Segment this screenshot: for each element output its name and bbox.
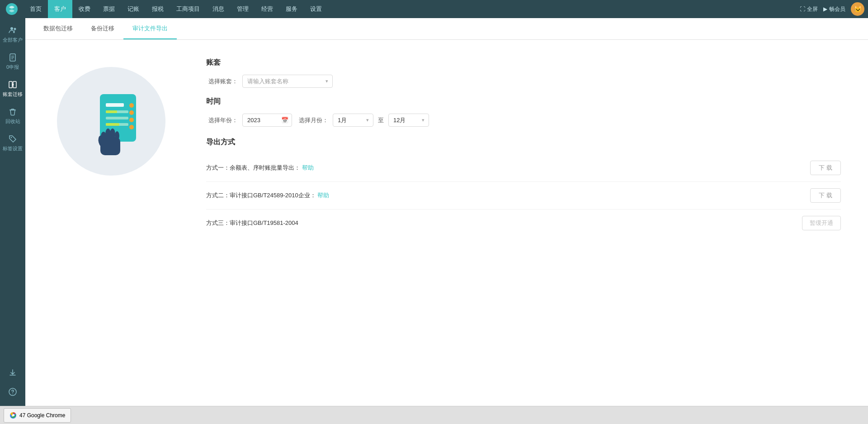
export-method-3-row: 方式三：审计接口GB/T19581-2004 暂缓开通 bbox=[206, 210, 841, 237]
svg-point-17 bbox=[129, 103, 134, 108]
account-section-title: 账套 bbox=[206, 58, 841, 67]
top-nav: 首页 客户 收费 票据 记账 报税 工商项目 消息 管理 经营 服务 设置 ⛶ … bbox=[0, 0, 868, 18]
export-method-2-download-button[interactable]: 下 载 bbox=[810, 188, 841, 203]
svg-point-0 bbox=[6, 3, 18, 15]
video-icon: ▶ bbox=[823, 6, 827, 12]
time-row: 选择年份： 📅 选择月份： 1月 2月 3月 4月 5月 6月 bbox=[206, 114, 841, 127]
export-method-1-download-button[interactable]: 下 载 bbox=[810, 161, 841, 175]
nav-item-accounting[interactable]: 记账 bbox=[121, 0, 146, 18]
svg-rect-15 bbox=[106, 117, 128, 119]
export-method-1-row: 方式一：余额表、序时账批量导出： 帮助 下 载 bbox=[206, 154, 841, 182]
svg-rect-13 bbox=[106, 103, 124, 107]
tab-data-migrate[interactable]: 数据包迁移 bbox=[34, 19, 82, 39]
export-method-2-row: 方式二：审计接口GB/T24589-2010企业： 帮助 下 载 bbox=[206, 182, 841, 210]
form-area: 账套 选择账套： 请输入账套名称 ▾ 时间 选择年份： bbox=[206, 58, 841, 237]
time-section-title: 时间 bbox=[206, 97, 841, 106]
nav-item-home[interactable]: 首页 bbox=[24, 0, 48, 18]
nav-item-client[interactable]: 客户 bbox=[48, 0, 72, 18]
nav-item-service[interactable]: 服务 bbox=[279, 0, 304, 18]
account-select[interactable]: 请输入账套名称 bbox=[242, 75, 333, 88]
svg-point-2 bbox=[14, 28, 16, 30]
tab-backup-migrate[interactable]: 备份迁移 bbox=[82, 19, 123, 39]
fullscreen-button[interactable]: ⛶ 全屏 bbox=[800, 5, 818, 13]
migrate-icon bbox=[8, 80, 18, 90]
export-section: 导出方式 方式一：余额表、序时账批量导出： 帮助 下 载 方式二：审计接口GB/… bbox=[206, 138, 841, 237]
month-end-select[interactable]: 1月 2月 3月 4月 5月 6月 7月 8月 9月 10月 11月 12月 bbox=[388, 114, 429, 127]
sidebar-item-declare[interactable]: 0申报 bbox=[1, 49, 24, 74]
export-method-1-text: 方式一：余额表、序时账批量导出： 帮助 bbox=[206, 164, 314, 172]
tab-bar: 数据包迁移 备份迁移 审计文件导出 bbox=[25, 18, 868, 40]
taskbar-chrome-item[interactable]: 47 Google Chrome bbox=[4, 408, 71, 423]
year-input-wrapper: 📅 bbox=[242, 114, 292, 127]
month-start-select[interactable]: 1月 2月 3月 4月 5月 6月 7月 8月 9月 10月 11月 12月 bbox=[333, 114, 373, 127]
account-select-label: 选择账套： bbox=[206, 77, 238, 86]
chrome-icon bbox=[9, 412, 17, 419]
svg-point-19 bbox=[129, 118, 134, 122]
svg-point-11 bbox=[12, 394, 13, 395]
fullscreen-icon: ⛶ bbox=[800, 6, 805, 12]
account-select-row: 选择账套： 请输入账套名称 ▾ bbox=[206, 75, 841, 88]
sidebar-item-help[interactable] bbox=[1, 383, 24, 400]
export-method-2-help-link[interactable]: 帮助 bbox=[317, 192, 329, 199]
nav-item-business[interactable]: 工商项目 bbox=[170, 0, 206, 18]
separator: 至 bbox=[378, 116, 384, 124]
page-content: 账套 选择账套： 请输入账套名称 ▾ 时间 选择年份： bbox=[25, 40, 868, 406]
sidebar: 全部客户 0申报 账套迁移 bbox=[0, 18, 25, 406]
document-icon bbox=[8, 52, 18, 62]
export-method-3-coming-soon-button: 暂缓开通 bbox=[802, 216, 841, 230]
svg-point-18 bbox=[129, 110, 134, 115]
svg-point-1 bbox=[10, 27, 13, 30]
export-method-2-text: 方式二：审计接口GB/T24589-2010企业： 帮助 bbox=[206, 191, 329, 200]
export-section-title: 导出方式 bbox=[206, 138, 841, 147]
sidebar-bottom bbox=[1, 364, 24, 406]
month-end-wrapper: 1月 2月 3月 4月 5月 6月 7月 8月 9月 10月 11月 12月 bbox=[388, 114, 429, 127]
taskbar: 47 Google Chrome bbox=[0, 406, 868, 424]
svg-point-28 bbox=[110, 129, 115, 139]
sidebar-item-all-clients[interactable]: 全部客户 bbox=[1, 22, 24, 47]
nav-item-settings[interactable]: 设置 bbox=[304, 0, 328, 18]
sidebar-item-migrate[interactable]: 账套迁移 bbox=[1, 76, 24, 101]
top-nav-items: 首页 客户 收费 票据 记账 报税 工商项目 消息 管理 经营 服务 设置 bbox=[24, 0, 800, 18]
content-area: 数据包迁移 备份迁移 审计文件导出 bbox=[25, 18, 868, 406]
top-nav-right: ⛶ 全屏 ▶ 畅会员 🐱 bbox=[800, 2, 864, 16]
download-icon bbox=[8, 368, 18, 378]
illustration-area bbox=[52, 58, 170, 176]
sidebar-item-tag-settings[interactable]: 标签设置 bbox=[1, 130, 24, 156]
people-icon bbox=[8, 25, 18, 35]
nav-item-fee[interactable]: 收费 bbox=[72, 0, 97, 18]
svg-rect-22 bbox=[106, 123, 119, 126]
svg-point-29 bbox=[115, 131, 119, 140]
trash-icon bbox=[8, 107, 18, 117]
sidebar-item-trash[interactable]: 回收站 bbox=[1, 103, 24, 129]
year-label: 选择年份： bbox=[206, 116, 238, 124]
nav-item-invoice[interactable]: 票据 bbox=[97, 0, 121, 18]
nav-item-manage[interactable]: 管理 bbox=[231, 0, 255, 18]
nav-item-operation[interactable]: 经营 bbox=[255, 0, 279, 18]
member-button[interactable]: ▶ 畅会员 bbox=[823, 5, 845, 13]
export-method-3-text: 方式三：审计接口GB/T19581-2004 bbox=[206, 219, 298, 227]
nav-item-tax[interactable]: 报税 bbox=[146, 0, 170, 18]
account-select-wrapper: 请输入账套名称 ▾ bbox=[242, 75, 333, 88]
svg-point-9 bbox=[11, 137, 12, 138]
svg-rect-7 bbox=[9, 81, 12, 88]
app-logo[interactable] bbox=[4, 1, 20, 17]
tab-audit-export[interactable]: 审计文件导出 bbox=[123, 19, 177, 39]
question-icon bbox=[8, 387, 18, 397]
illustration-circle bbox=[57, 67, 165, 176]
avatar[interactable]: 🐱 bbox=[851, 2, 864, 16]
svg-point-20 bbox=[129, 125, 134, 129]
nav-item-message[interactable]: 消息 bbox=[206, 0, 231, 18]
sidebar-item-download[interactable] bbox=[1, 364, 24, 381]
main-layout: 全部客户 0申报 账套迁移 bbox=[0, 18, 868, 406]
month-start-wrapper: 1月 2月 3月 4月 5月 6月 7月 8月 9月 10月 11月 12月 bbox=[333, 114, 373, 127]
svg-rect-21 bbox=[106, 110, 117, 113]
export-method-1-help-link[interactable]: 帮助 bbox=[302, 164, 314, 171]
month-label: 选择月份： bbox=[297, 116, 328, 124]
year-input[interactable] bbox=[242, 114, 292, 127]
tag-icon bbox=[8, 134, 18, 144]
